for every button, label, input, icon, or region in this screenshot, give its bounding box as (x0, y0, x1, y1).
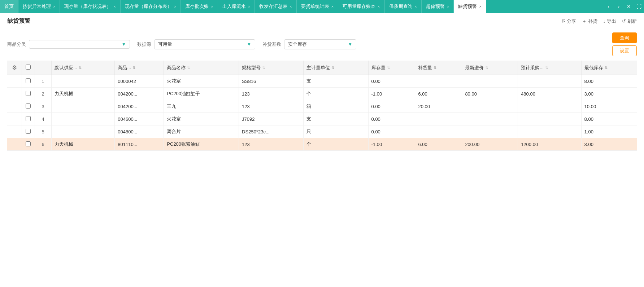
query-button[interactable]: 查询 (612, 32, 637, 43)
row-checkbox[interactable] (26, 78, 31, 83)
th-goods_code[interactable]: 商品... ⇅ (115, 61, 164, 75)
datasource-select[interactable]: 可用量 ▼ (154, 39, 255, 49)
th-latest_price[interactable]: 最新进价 ⇅ (462, 61, 518, 75)
row-checkbox[interactable] (26, 129, 31, 134)
row-check-cell (22, 75, 35, 88)
cell-supplier: 力天机械 (51, 88, 114, 100)
cell-supplier (51, 75, 114, 88)
tab-inventory-dist[interactable]: 现存量（库存分布表）× (121, 0, 181, 13)
th-stock[interactable]: 库存量 ⇅ (368, 61, 415, 75)
cell-unit: 支 (303, 113, 368, 125)
tab-prev-btn[interactable]: ‹ (604, 4, 614, 9)
cell-stock: 0.00 (368, 100, 415, 113)
cell-min_stock: 1.00 (581, 125, 637, 138)
sort-icon-goods_code: ⇅ (132, 66, 135, 70)
cell-min_stock: 3.00 (581, 88, 637, 100)
share-button[interactable]: ⎘ 分享 (562, 18, 576, 25)
tab-close-collect-summary[interactable]: × (290, 4, 292, 9)
sort-icon-supplier: ⇅ (79, 66, 82, 70)
category-select[interactable]: ▼ (29, 40, 130, 49)
settings-button[interactable]: 设置 (612, 45, 637, 56)
tab-inout-flow[interactable]: 出入库流水× (218, 0, 255, 13)
th-min_stock[interactable]: 最低库存 ⇅ (581, 61, 637, 75)
tab-close-overstock-warning[interactable]: × (447, 4, 449, 9)
cell-latest_price: 80.00 (462, 88, 518, 100)
table-row[interactable]: 3004200...三九123箱0.0020.0010.00 (7, 100, 637, 113)
tab-close-expiry-query[interactable]: × (415, 4, 417, 9)
datasource-chevron-icon: ▼ (247, 42, 251, 47)
th-spec[interactable]: 规格型号 ⇅ (239, 61, 304, 75)
row-gear-cell (7, 113, 22, 125)
cell-unit: 个 (303, 138, 368, 151)
tab-close-inventory-dist[interactable]: × (174, 4, 176, 9)
tab-close-all-btn[interactable]: ✕ (624, 4, 634, 9)
gear-settings-icon[interactable]: ⚙ (12, 65, 17, 71)
table-container: ⚙默认供应... ⇅商品... ⇅商品名称 ⇅规格型号 ⇅主计量单位 ⇅库存量 … (0, 61, 644, 151)
sort-icon-goods_name: ⇅ (187, 66, 190, 70)
cell-supplier (51, 100, 114, 113)
tab-home[interactable]: 首页 (0, 0, 18, 13)
row-checkbox[interactable] (26, 116, 31, 121)
row-num: 3 (35, 100, 51, 113)
cell-goods_name: 火花塞 (164, 75, 239, 88)
tab-bar: 首页拣货异常处理×现存量（库存状况表）×现存量（库存分布表）×库存批次账×出入库… (0, 0, 644, 13)
row-checkbox[interactable] (26, 103, 31, 109)
row-check-cell (22, 138, 35, 151)
refresh-button[interactable]: ↺ 刷新 (622, 18, 637, 25)
cell-unit: 支 (303, 75, 368, 88)
table-row[interactable]: 2力天机械004200...PC200油缸缸子123个-1.006.0080.0… (7, 88, 637, 100)
tab-shortage-warning[interactable]: 缺货预警× (454, 0, 486, 13)
cell-replenish (415, 113, 462, 125)
cell-replenish: 6.00 (415, 138, 462, 151)
tab-close-inout-flow[interactable]: × (248, 4, 250, 9)
tab-available-ledger[interactable]: 可用量库存账本× (338, 0, 384, 13)
table-row[interactable]: 4004600...火花塞J7092支0.008.00 (7, 113, 637, 125)
tab-close-abnormal[interactable]: × (53, 4, 55, 9)
tab-abnormal[interactable]: 拣货异常处理× (18, 0, 60, 13)
tab-expand-btn[interactable]: ⛶ (634, 4, 644, 9)
datasource-filter-group: 数据源 可用量 ▼ (137, 39, 255, 49)
tab-close-shortage-warning[interactable]: × (479, 4, 481, 9)
replenish-base-filter-group: 补货基数 安全库存 ▼ (262, 39, 356, 49)
tab-expiry-query[interactable]: 保质期查询× (385, 0, 422, 13)
tab-close-available-ledger[interactable]: × (378, 4, 380, 9)
row-num: 2 (35, 88, 51, 100)
table-row[interactable]: 10000042火花塞SS816支0.008.00 (7, 75, 637, 88)
row-checkbox[interactable] (26, 91, 31, 96)
tab-collect-summary[interactable]: 收发存汇总表× (255, 0, 296, 13)
select-all-checkbox[interactable] (26, 65, 31, 70)
cell-supplier (51, 125, 114, 138)
export-button[interactable]: ↓ 导出 (603, 18, 617, 25)
th-goods_name[interactable]: 商品名称 ⇅ (164, 61, 239, 75)
cell-unit: 个 (303, 88, 368, 100)
table-row[interactable]: 6力天机械801110...PC200张紧油缸123个-1.006.00200.… (7, 138, 637, 151)
replenish-base-label: 补货基数 (262, 41, 281, 48)
cell-stock: -1.00 (368, 88, 415, 100)
cell-estimated_purchase (518, 113, 581, 125)
sort-icon-stock: ⇅ (387, 66, 390, 70)
th-unit[interactable]: 主计量单位 ⇅ (303, 61, 368, 75)
tab-close-inventory-status[interactable]: × (113, 4, 116, 9)
cell-estimated_purchase (518, 75, 581, 88)
row-check-cell (22, 88, 35, 100)
cell-goods_code: 801110... (115, 138, 164, 151)
replenish-base-select[interactable]: 安全库存 ▼ (284, 39, 356, 49)
th-estimated_purchase[interactable]: 预计采购... ⇅ (518, 61, 581, 75)
cell-goods_code: 004200... (115, 100, 164, 113)
tab-close-batch-account[interactable]: × (211, 4, 213, 9)
tab-next-btn[interactable]: › (614, 4, 624, 9)
tab-close-requisition-stat[interactable]: × (331, 4, 334, 9)
cell-latest_price (462, 113, 518, 125)
th-supplier[interactable]: 默认供应... ⇅ (51, 61, 114, 75)
cell-goods_name: 三九 (164, 100, 239, 113)
tab-inventory-status[interactable]: 现存量（库存状况表）× (60, 0, 120, 13)
table-row[interactable]: 5004800...离合片DS250*23c...只0.001.00 (7, 125, 637, 138)
cell-spec: 123 (239, 88, 304, 100)
th-replenish[interactable]: 补货量 ⇅ (415, 61, 462, 75)
table-body: 10000042火花塞SS816支0.008.002力天机械004200...P… (7, 75, 637, 151)
tab-batch-account[interactable]: 库存批次账× (181, 0, 218, 13)
row-checkbox[interactable] (26, 141, 31, 146)
tab-overstock-warning[interactable]: 超储预警× (422, 0, 454, 13)
replenish-button[interactable]: ＋ 补货 (582, 18, 597, 25)
tab-requisition-stat[interactable]: 要货单统计表× (297, 0, 338, 13)
